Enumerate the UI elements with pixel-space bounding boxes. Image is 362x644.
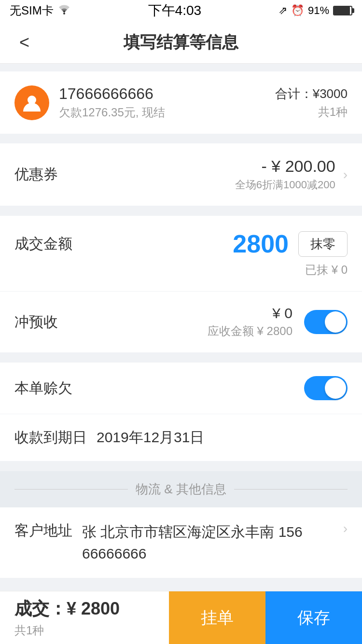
customer-sub: 欠款1276.35元, 现结: [59, 105, 165, 120]
coupon-label: 优惠券: [14, 165, 58, 184]
save-button[interactable]: 保存: [265, 591, 362, 644]
arrears-label: 本单赊欠: [14, 378, 72, 398]
bottom-deal: 成交：¥ 2800: [14, 597, 154, 621]
arrears-toggle-knob: [325, 378, 346, 399]
chevron-right-icon: ›: [343, 167, 348, 182]
coupon-row[interactable]: 优惠券 - ¥ 200.00 全场6折满1000减200 ›: [0, 143, 362, 206]
avatar: [14, 85, 49, 120]
avatar-icon: [21, 92, 42, 113]
total-count: 共1种: [275, 104, 348, 120]
bottom-count: 共1种: [14, 623, 154, 638]
battery-percent: 91%: [308, 4, 329, 17]
status-time: 下午4:03: [148, 1, 202, 20]
address-section[interactable]: 客户地址 张 北京市市辖区海淀区永丰南 156 66666666 ›: [0, 507, 362, 578]
customer-info: 17666666666 欠款1276.35元, 现结: [59, 85, 165, 120]
toggle-knob: [325, 311, 346, 333]
prepay-label: 冲预收: [14, 312, 58, 332]
section-sep-2: [0, 206, 362, 216]
prepay-sub: 应收金额 ¥ 2800: [208, 323, 292, 339]
deal-amount: 2800: [233, 229, 289, 258]
back-button[interactable]: <: [14, 28, 34, 57]
status-right: ⇗ ⏰ 91%: [278, 4, 352, 17]
prepay-amount: ¥ 0: [208, 305, 292, 322]
status-bar: 无SIM卡 下午4:03 ⇗ ⏰ 91%: [0, 0, 362, 21]
round-button[interactable]: 抹零: [298, 231, 348, 257]
logistics-text: 物流 & 其他信息: [136, 481, 226, 498]
deal-right: 2800 抹零: [233, 229, 348, 258]
page-title: 填写结算等信息: [124, 31, 238, 54]
deal-row: 成交金额 2800 抹零: [14, 229, 348, 258]
section-sep-3: [0, 353, 362, 363]
coupon-sub: 全场6折满1000减200: [235, 178, 335, 192]
nav-bar: < 填写结算等信息: [0, 21, 362, 64]
bottom-summary: 成交：¥ 2800 共1种: [0, 597, 169, 638]
bottom-bar: 成交：¥ 2800 共1种 挂单 保存: [0, 591, 362, 644]
svg-point-0: [63, 13, 65, 14]
status-left: 无SIM卡: [10, 3, 71, 18]
deal-label: 成交金额: [14, 234, 72, 254]
location-icon: ⇗: [278, 4, 287, 17]
arrears-toggle[interactable]: [304, 376, 348, 400]
customer-right: 合计：¥3000 共1种: [275, 85, 348, 120]
arrears-section: 本单赊欠: [0, 363, 362, 414]
deal-section: 成交金额 2800 抹零 已抹 ¥ 0: [0, 216, 362, 292]
total-label: 合计：¥3000: [275, 85, 348, 102]
due-section: 收款到期日 2019年12月31日: [0, 414, 362, 462]
bottom-deal-label: 成交：: [14, 599, 67, 618]
prepay-values: ¥ 0 应收金额 ¥ 2800: [208, 305, 292, 339]
divider-line-right: [234, 489, 348, 490]
wifi-icon: [57, 4, 71, 17]
address-label: 客户地址: [14, 521, 72, 541]
suspend-button[interactable]: 挂单: [169, 591, 265, 644]
logistics-divider: 物流 & 其他信息: [0, 471, 362, 507]
bottom-deal-amount: ¥ 2800: [67, 599, 120, 618]
coupon-right: - ¥ 200.00 全场6折满1000减200 ›: [235, 157, 348, 192]
address-value: 张 北京市市辖区海淀区永丰南 156 66666666: [82, 521, 343, 564]
customer-card: 17666666666 欠款1276.35元, 现结 合计：¥3000 共1种: [0, 71, 362, 134]
section-sep-1: [0, 134, 362, 143]
prepay-toggle[interactable]: [304, 310, 348, 334]
due-label: 收款到期日: [14, 428, 87, 448]
deal-sub: 已抹 ¥ 0: [14, 262, 348, 278]
address-chevron-icon: ›: [343, 521, 348, 536]
content: 17666666666 欠款1276.35元, 现结 合计：¥3000 共1种 …: [0, 71, 362, 644]
alarm-icon: ⏰: [291, 4, 304, 17]
due-date: 2019年12月31日: [97, 428, 204, 448]
carrier-text: 无SIM卡: [10, 3, 54, 18]
prepay-section: 冲预收 ¥ 0 应收金额 ¥ 2800: [0, 292, 362, 353]
divider-line-left: [14, 489, 128, 490]
customer-phone: 17666666666: [59, 85, 165, 103]
prepay-right: ¥ 0 应收金额 ¥ 2800: [208, 305, 348, 339]
coupon-amount: - ¥ 200.00: [235, 157, 335, 176]
customer-left: 17666666666 欠款1276.35元, 现结: [14, 85, 165, 120]
battery-icon: [333, 6, 352, 15]
section-sep-4: [0, 462, 362, 471]
